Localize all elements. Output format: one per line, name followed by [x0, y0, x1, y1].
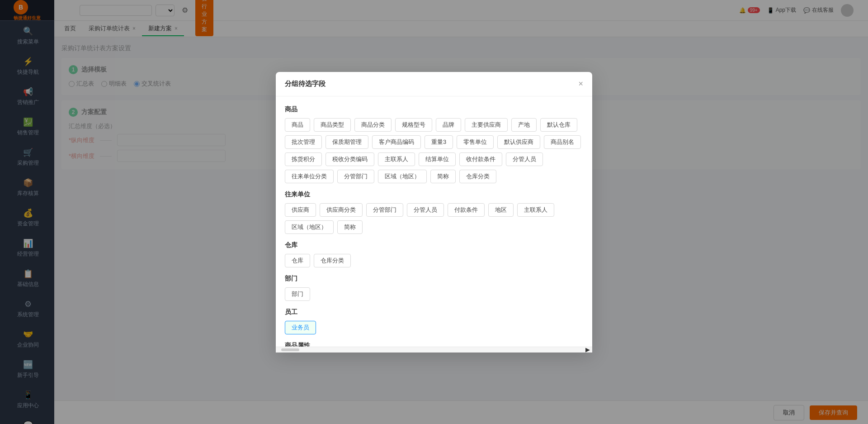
field-tag-product-默认供应商[interactable]: 默认供应商: [497, 135, 540, 149]
field-tag-product-品牌[interactable]: 品牌: [436, 118, 461, 132]
field-tag-product-保质期管理[interactable]: 保质期管理: [326, 135, 368, 149]
field-tag-product-税收分类编码[interactable]: 税收分类编码: [326, 152, 374, 166]
section-title-counterpart: 往来单位: [285, 191, 583, 199]
hscroll-thumb: [281, 348, 299, 351]
field-select-dialog: 分组待选字段 × 商品 商品 商品类型 商品分类 规格型号 品牌 主要供应商 产…: [276, 72, 592, 353]
dialog-header: 分组待选字段 ×: [276, 72, 592, 96]
section-title-dept: 部门: [285, 275, 583, 283]
field-tag-cp-区域地区[interactable]: 区域（地区）: [285, 220, 334, 234]
field-tag-staff-业务员[interactable]: 业务员: [285, 321, 316, 334]
field-tag-product-主联系人[interactable]: 主联系人: [378, 152, 415, 166]
field-tag-product-区域地区[interactable]: 区域（地区）: [378, 170, 427, 183]
dialog-hscroll[interactable]: ▶: [276, 347, 592, 353]
field-tag-product-零售单位[interactable]: 零售单位: [457, 135, 494, 149]
warehouse-field-grid: 仓库 仓库分类: [285, 254, 583, 267]
field-tag-product-简称[interactable]: 简称: [430, 170, 456, 183]
hscroll-right-btn[interactable]: ▶: [585, 347, 590, 353]
field-tag-product-拣货积分[interactable]: 拣货积分: [285, 152, 322, 166]
field-tag-cp-付款条件[interactable]: 付款条件: [448, 203, 485, 217]
section-title-product-attr: 商品属性: [285, 342, 583, 347]
field-tag-wh-仓库分类[interactable]: 仓库分类: [314, 254, 351, 267]
field-tag-cp-供应商[interactable]: 供应商: [285, 203, 316, 217]
field-tag-product-商品别名[interactable]: 商品别名: [544, 135, 581, 149]
field-tag-product-分管部门[interactable]: 分管部门: [337, 170, 374, 183]
dialog-title: 分组待选字段: [285, 80, 326, 88]
section-title-product: 商品: [285, 105, 583, 114]
field-tag-product-收付款条件[interactable]: 收付款条件: [459, 152, 502, 166]
counterpart-field-grid: 供应商 供应商分类 分管部门 分管人员 付款条件 地区 主联系人 区域（地区） …: [285, 203, 583, 234]
field-tag-product-主要供应商[interactable]: 主要供应商: [465, 118, 508, 132]
field-tag-product-往来单位分类[interactable]: 往来单位分类: [285, 170, 334, 183]
field-tag-cp-简称[interactable]: 简称: [337, 220, 363, 234]
field-tag-product-规格型号[interactable]: 规格型号: [395, 118, 432, 132]
dialog-close-button[interactable]: ×: [578, 79, 583, 89]
field-tag-product-商品分类[interactable]: 商品分类: [354, 118, 392, 132]
field-tag-cp-主联系人[interactable]: 主联系人: [517, 203, 554, 217]
field-tag-dept-部门[interactable]: 部门: [285, 287, 310, 301]
field-tag-product-客户商品编码[interactable]: 客户商品编码: [372, 135, 421, 149]
staff-field-grid: 业务员: [285, 321, 583, 334]
field-tag-cp-分管部门[interactable]: 分管部门: [366, 203, 403, 217]
section-title-staff: 员工: [285, 308, 583, 316]
field-tag-product-批次管理[interactable]: 批次管理: [285, 135, 322, 149]
field-tag-cp-地区[interactable]: 地区: [488, 203, 514, 217]
field-tag-product-仓库分类[interactable]: 仓库分类: [459, 170, 496, 183]
field-tag-product-重量3[interactable]: 重量3: [425, 135, 453, 149]
field-tag-wh-仓库[interactable]: 仓库: [285, 254, 310, 267]
field-tag-product-结算单位[interactable]: 结算单位: [419, 152, 456, 166]
section-title-warehouse: 仓库: [285, 241, 583, 249]
field-tag-product-默认仓库[interactable]: 默认仓库: [540, 118, 577, 132]
product-field-grid: 商品 商品类型 商品分类 规格型号 品牌 主要供应商 产地 默认仓库 批次管理 …: [285, 118, 583, 183]
field-tag-cp-供应商分类[interactable]: 供应商分类: [320, 203, 363, 217]
field-tag-product-产地[interactable]: 产地: [511, 118, 537, 132]
field-tag-product-分管人员[interactable]: 分管人员: [506, 152, 543, 166]
field-tag-product-商品[interactable]: 商品: [285, 118, 310, 132]
dept-field-grid: 部门: [285, 287, 583, 301]
field-tag-cp-分管人员[interactable]: 分管人员: [407, 203, 444, 217]
field-tag-product-商品类型[interactable]: 商品类型: [314, 118, 351, 132]
dialog-body[interactable]: 商品 商品 商品类型 商品分类 规格型号 品牌 主要供应商 产地 默认仓库 批次…: [276, 96, 592, 347]
